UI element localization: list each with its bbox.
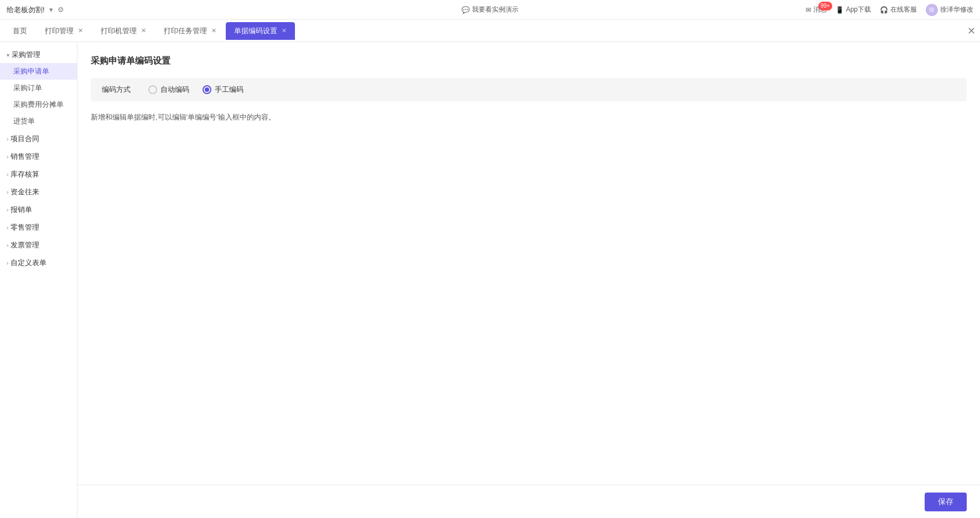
tab-print-management-label: 打印管理 xyxy=(45,26,74,36)
sidebar-group-retail-header[interactable]: › 零售管理 xyxy=(0,219,77,236)
headset-icon: 🎧 xyxy=(880,6,888,14)
tab-print-task-close[interactable]: ✕ xyxy=(211,27,216,34)
encoding-radio-group: 自动编码 手工编码 xyxy=(148,85,243,95)
app-download-button[interactable]: 📱 App下载 xyxy=(836,5,871,14)
arrow-right-icon5: › xyxy=(7,207,8,213)
tab-print-task-label: 打印任务管理 xyxy=(164,26,207,36)
avatar: 徐 xyxy=(926,4,938,16)
sidebar-item-stock-in-label: 进货单 xyxy=(13,116,35,126)
sidebar: ▾ 采购管理 采购申请单 采购订单 采购费用分摊单 进货单 › 项目合同 xyxy=(0,42,77,518)
user-menu[interactable]: 徐 徐泽华修改 xyxy=(926,4,973,16)
sidebar-group-finance-label: 资金往来 xyxy=(11,187,39,197)
online-service-button[interactable]: 🎧 在线客服 xyxy=(880,5,917,14)
user-name: 徐泽华修改 xyxy=(940,5,973,14)
arrow-right-icon7: › xyxy=(7,242,8,248)
sidebar-group-retail: › 零售管理 xyxy=(0,219,77,236)
top-bar-right: ✉ 消息 99+ 📱 App下载 🎧 在线客服 徐 徐泽华修改 xyxy=(806,4,973,16)
tab-print-management-close[interactable]: ✕ xyxy=(78,27,83,34)
radio-manual-encoding[interactable]: 手工编码 xyxy=(203,85,243,95)
top-bar-left: 给老板勿割! ▾ ⚙ xyxy=(7,5,64,15)
tab-print-task[interactable]: 打印任务管理 ✕ xyxy=(155,22,225,40)
arrow-right-icon4: › xyxy=(7,189,8,195)
sidebar-group-purchase-header[interactable]: ▾ 采购管理 xyxy=(0,46,77,63)
message-icon: ✉ xyxy=(806,6,811,14)
main-layout: ▾ 采购管理 采购申请单 采购订单 采购费用分摊单 进货单 › 项目合同 xyxy=(0,42,980,518)
message-badge: 99+ xyxy=(818,2,832,11)
settings-icon[interactable]: ⚙ xyxy=(58,6,64,14)
tabs-bar: 首页 打印管理 ✕ 打印机管理 ✕ 打印任务管理 ✕ 单据编码设置 ✕ ✕ xyxy=(0,20,980,42)
demo-icon: 💬 xyxy=(462,6,470,14)
arrow-right-icon: › xyxy=(7,136,8,142)
sidebar-group-invoice-label: 发票管理 xyxy=(11,240,39,250)
sidebar-group-sales-header[interactable]: › 销售管理 xyxy=(0,148,77,165)
sidebar-group-purchase-label: 采购管理 xyxy=(12,50,40,60)
encoding-section: 编码方式 自动编码 手工编码 xyxy=(91,78,967,101)
encoding-method-label: 编码方式 xyxy=(102,85,131,95)
radio-auto-encoding[interactable]: 自动编码 xyxy=(148,85,189,95)
online-service-label: 在线客服 xyxy=(890,5,917,14)
sidebar-item-purchase-order-label: 采购订单 xyxy=(13,83,42,93)
message-button[interactable]: ✉ 消息 99+ xyxy=(806,5,827,14)
arrow-right-icon6: › xyxy=(7,225,8,231)
sidebar-group-return-label: 报销单 xyxy=(11,205,32,215)
sidebar-group-purchase: ▾ 采购管理 采购申请单 采购订单 采购费用分摊单 进货单 xyxy=(0,46,77,130)
save-button[interactable]: 保存 xyxy=(925,493,967,511)
arrow-right-icon3: › xyxy=(7,172,8,178)
tab-home[interactable]: 首页 xyxy=(4,22,35,40)
page-title: 采购申请单编码设置 xyxy=(91,55,967,67)
sidebar-group-project-label: 项目合同 xyxy=(11,134,39,144)
sidebar-item-purchase-request-label: 采购申请单 xyxy=(13,66,49,76)
content-area: 采购申请单编码设置 编码方式 自动编码 手工编码 新增和编辑单据编时,可以编辑'… xyxy=(77,42,980,518)
top-bar: 给老板勿割! ▾ ⚙ 💬 我要看实例演示 ✉ 消息 99+ 📱 App下载 🎧 … xyxy=(0,0,980,20)
tab-single-code[interactable]: 单据编码设置 ✕ xyxy=(226,22,295,40)
sidebar-group-sales: › 销售管理 xyxy=(0,148,77,165)
sidebar-group-inventory: › 库存核算 xyxy=(0,166,77,183)
sidebar-group-return: › 报销单 xyxy=(0,201,77,218)
sidebar-group-invoice-header[interactable]: › 发票管理 xyxy=(0,237,77,253)
phone-icon: 📱 xyxy=(836,6,844,14)
tab-printer-management-close[interactable]: ✕ xyxy=(141,27,146,34)
tab-single-code-label: 单据编码设置 xyxy=(234,26,277,36)
sidebar-group-finance-header[interactable]: › 资金往来 xyxy=(0,184,77,200)
sidebar-item-purchase-request[interactable]: 采购申请单 xyxy=(0,63,77,80)
demo-link[interactable]: 💬 我要看实例演示 xyxy=(462,5,518,14)
tab-single-code-close[interactable]: ✕ xyxy=(282,27,287,34)
tab-printer-management-label: 打印机管理 xyxy=(101,26,137,36)
radio-manual-label: 手工编码 xyxy=(215,85,243,95)
radio-auto-label: 自动编码 xyxy=(160,85,189,95)
arrow-right-icon2: › xyxy=(7,154,8,160)
tab-printer-management[interactable]: 打印机管理 ✕ xyxy=(92,22,154,40)
sidebar-group-invoice: › 发票管理 xyxy=(0,237,77,253)
arrow-right-icon8: › xyxy=(7,260,8,266)
dropdown-icon[interactable]: ▾ xyxy=(49,6,53,14)
sidebar-item-purchase-expense[interactable]: 采购费用分摊单 xyxy=(0,96,77,113)
radio-auto-circle xyxy=(148,85,157,94)
sidebar-item-purchase-order[interactable]: 采购订单 xyxy=(0,80,77,96)
tab-home-label: 首页 xyxy=(13,26,27,36)
sidebar-group-return-header[interactable]: › 报销单 xyxy=(0,201,77,218)
sidebar-group-project-header[interactable]: › 项目合同 xyxy=(0,131,77,147)
sidebar-group-inventory-label: 库存核算 xyxy=(11,169,39,179)
sidebar-item-stock-in[interactable]: 进货单 xyxy=(0,113,77,130)
sidebar-group-custom-form-label: 自定义表单 xyxy=(11,258,46,268)
sidebar-group-inventory-header[interactable]: › 库存核算 xyxy=(0,166,77,183)
content-main: 采购申请单编码设置 编码方式 自动编码 手工编码 新增和编辑单据编时,可以编辑'… xyxy=(77,42,980,518)
sidebar-group-finance: › 资金往来 xyxy=(0,184,77,200)
app-download-label: App下载 xyxy=(846,5,871,14)
app-title: 给老板勿割! xyxy=(7,5,45,15)
hint-text: 新增和编辑单据编时,可以编辑'单编编号'输入框中的内容。 xyxy=(91,112,967,122)
sidebar-item-purchase-expense-label: 采购费用分摊单 xyxy=(13,100,64,110)
sidebar-group-custom-form-header[interactable]: › 自定义表单 xyxy=(0,255,77,271)
tab-print-management[interactable]: 打印管理 ✕ xyxy=(37,22,91,40)
radio-manual-circle xyxy=(203,85,211,94)
sidebar-group-sales-label: 销售管理 xyxy=(11,152,39,162)
demo-text: 我要看实例演示 xyxy=(472,5,518,14)
arrow-down-icon: ▾ xyxy=(7,52,9,58)
sidebar-group-retail-label: 零售管理 xyxy=(11,222,39,232)
close-all-button[interactable]: ✕ xyxy=(967,25,976,37)
sidebar-group-project: › 项目合同 xyxy=(0,131,77,147)
sidebar-group-custom-form: › 自定义表单 xyxy=(0,255,77,271)
footer-bar: 保存 xyxy=(77,485,980,518)
